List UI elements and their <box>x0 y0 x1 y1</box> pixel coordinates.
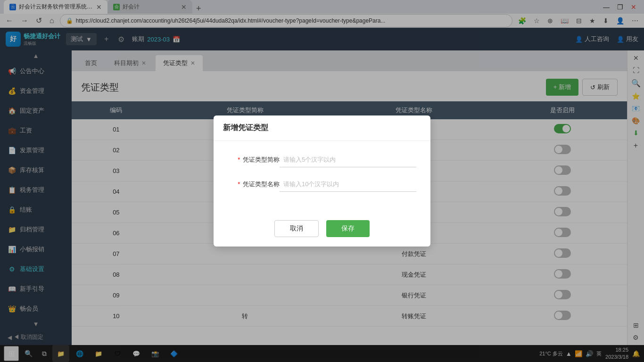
new-voucher-type-dialog: 新增凭证类型 * 凭证类型简称 * 凭证类型名称 <box>214 115 430 247</box>
dialog-overlay: 新增凭证类型 * 凭证类型简称 * 凭证类型名称 <box>0 0 644 362</box>
name-field: * 凭证类型名称 <box>228 177 416 192</box>
name-label: * 凭证类型名称 <box>228 180 280 189</box>
cancel-button[interactable]: 取消 <box>274 220 319 237</box>
save-button[interactable]: 保存 <box>326 220 370 237</box>
dialog-footer: 取消 保存 <box>214 213 430 247</box>
name-input[interactable] <box>280 177 416 192</box>
abbr-label: * 凭证类型简称 <box>228 156 280 164</box>
dialog-header: 新增凭证类型 <box>214 115 430 141</box>
abbr-input[interactable] <box>280 152 416 167</box>
dialog-body: * 凭证类型简称 * 凭证类型名称 <box>214 141 430 213</box>
abbr-field: * 凭证类型简称 <box>228 152 416 167</box>
dialog-title: 新增凭证类型 <box>223 123 268 133</box>
